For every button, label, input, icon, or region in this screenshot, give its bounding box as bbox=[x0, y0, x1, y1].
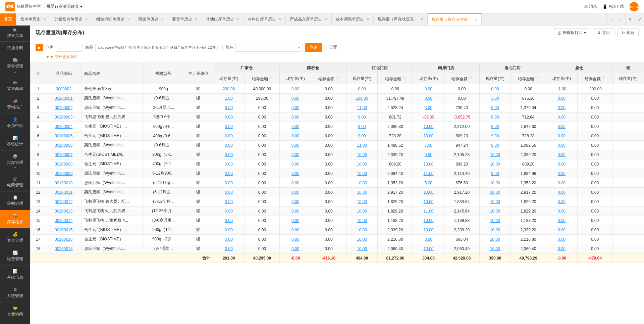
export-button[interactable]: ⬇ 导出 bbox=[593, 28, 614, 37]
info-icon-total-amt[interactable]: ⓘ bbox=[602, 76, 605, 79]
tab-close-t5[interactable]: ✕ bbox=[195, 17, 198, 21]
enterprise-icon: 🤝 bbox=[13, 306, 18, 311]
expand-conditions-button[interactable]: ▼▼ 展开更多条件 bbox=[46, 54, 78, 60]
tab-close-t6[interactable]: ✕ bbox=[237, 17, 239, 21]
sidebar-item-guide[interactable]: 🎯 新手引导 bbox=[0, 321, 30, 324]
sidebar-item-marketing[interactable]: 📣 营销推广 bbox=[0, 95, 30, 114]
tab-t4[interactable]: 调拨单历史 ✕ bbox=[134, 13, 168, 26]
tab-t2[interactable]: 分量盘点单历史 ✕ bbox=[50, 13, 92, 26]
summary-jiangbei-amt: 81,272.06 bbox=[378, 253, 413, 263]
main-content: 现存量查询(库存分布) 🖨 按模板打印 ▾ ⬇ 导出 ↻ 刷新 bbox=[30, 26, 644, 324]
tab-t7[interactable]: 材料出库单历史 ✕ bbox=[244, 13, 286, 26]
settings-button[interactable]: 设置 bbox=[325, 43, 341, 52]
tab-t6[interactable]: 其他出库单历史 ✕ bbox=[202, 13, 244, 26]
industry-selector[interactable]: 母婴行业演示账套 ▾ bbox=[44, 2, 85, 11]
sidebar-item-operations[interactable]: 📈 经营管理 bbox=[0, 247, 30, 266]
tab-close-t1[interactable]: ✕ bbox=[43, 17, 46, 21]
th-total-amt: 结存金额 ⓘ bbox=[577, 73, 612, 84]
cell-code: 00100005 bbox=[46, 131, 81, 141]
info-icon-factory-amt[interactable]: ⓘ bbox=[269, 76, 272, 79]
cell-jiangbei-stock: 11.00 bbox=[346, 141, 377, 150]
cell-total-stock: 0.00 bbox=[546, 103, 577, 112]
cell-factory-amt: 0.00 bbox=[245, 159, 280, 169]
tab-t1[interactable]: 盘点单历史 ✕ bbox=[16, 13, 50, 26]
sidebar-item-wholesale[interactable]: 📦 批发管理 ▼ bbox=[0, 151, 30, 173]
sidebar-item-retail-mall[interactable]: 🛍 零售商城 bbox=[0, 77, 30, 95]
cell-seq: 4 bbox=[31, 112, 46, 122]
print-button[interactable]: 🖨 按模板打印 ▾ bbox=[553, 28, 590, 37]
tab-close-t9[interactable]: ✕ bbox=[367, 17, 369, 21]
sidebar-item-purchase[interactable]: 📋 采购管理 bbox=[0, 192, 30, 210]
cell-factory-amt: 295.00 bbox=[245, 94, 280, 103]
summary-chen-amt: -416.16 bbox=[311, 253, 346, 263]
tab-close-t7[interactable]: ✕ bbox=[279, 17, 281, 21]
download-icon: 📱 bbox=[602, 4, 607, 9]
cell-jiangbei-stock: 10.00 bbox=[346, 197, 377, 206]
tab-close-t4[interactable]: ✕ bbox=[161, 17, 164, 21]
info-icon-nanan-amt[interactable]: ⓘ bbox=[469, 76, 472, 79]
sidebar-item-basic-info[interactable]: 📝 基础信息 bbox=[0, 266, 30, 284]
cell-unit: 罐 bbox=[183, 159, 213, 169]
sidebar-item-ecommerce[interactable]: 🛒 电商管理 bbox=[0, 173, 30, 192]
sidebar-item-finance[interactable]: 💰 资金管理 bbox=[0, 229, 30, 247]
cell-yubeimen-stock: 6.00 bbox=[479, 103, 511, 112]
filter-expand-arrow[interactable]: ▶ bbox=[36, 44, 43, 51]
refresh-button[interactable]: ↻ 刷新 bbox=[617, 28, 639, 37]
tab-close-t10[interactable]: ✕ bbox=[421, 17, 423, 21]
sidebar-item-inventory[interactable]: 📦 库存核算 bbox=[0, 210, 30, 229]
sidebar-item-system[interactable]: ⚙ 系统管理 bbox=[0, 284, 30, 303]
cell-nanan-stock: 3.00 bbox=[413, 103, 444, 112]
tab-t5[interactable]: 要货单历史 ✕ bbox=[168, 13, 202, 26]
th-settings[interactable]: ⚙ bbox=[31, 63, 46, 84]
sidebar-item-quick-nav[interactable]: 快捷导航 bbox=[0, 42, 30, 54]
cell-nanan-amt: 1,833.64 bbox=[444, 197, 479, 206]
user-avatar[interactable]: demo2 bbox=[629, 2, 639, 11]
cell-total-stock: 0.00 bbox=[546, 169, 577, 178]
table-row: 18 00100018 惠氏启赋（Wyeth illu... (3-7适龄...… bbox=[31, 244, 644, 253]
color-input[interactable] bbox=[235, 44, 303, 52]
cell-chen-amt: 0.00 bbox=[311, 122, 346, 131]
th-factory: 厂家仓 bbox=[213, 63, 280, 73]
cell-jiangbei-amt: 809.20 bbox=[378, 159, 413, 169]
sidebar-item-member[interactable]: 👤 会员中心 bbox=[0, 114, 30, 132]
message-button[interactable]: ✉ 消息 bbox=[584, 4, 597, 9]
info-icon-chen-amt[interactable]: ⓘ bbox=[336, 76, 339, 79]
cell-spec: 900g bbox=[144, 84, 183, 94]
tab-home[interactable]: 首页 bbox=[0, 13, 16, 26]
warehouse-input[interactable]: ... bbox=[56, 44, 83, 52]
color-dropdown-icon: ▾ bbox=[298, 45, 300, 50]
tab-close-t2[interactable]: ✕ bbox=[85, 17, 88, 21]
tab-close-t8[interactable]: ✕ bbox=[325, 17, 327, 21]
sidebar-search[interactable]: 🔍 搜索英单 bbox=[0, 26, 30, 42]
cell-unit: 罐 bbox=[183, 84, 213, 94]
tab-t11[interactable]: 现存量（库存分布表） ✕ bbox=[428, 13, 482, 26]
cell-total-stock: 0.00 bbox=[546, 206, 577, 216]
chevron-icon: ▲ bbox=[14, 70, 16, 73]
tab-prev-button[interactable]: ‹ bbox=[606, 13, 616, 26]
cell-yubeimen-stock: 10.00 bbox=[479, 197, 511, 206]
cell-factory-amt: 0.00 bbox=[245, 112, 280, 122]
cell-nanan-amt: 0.00 bbox=[444, 84, 479, 94]
tab-expand-button[interactable]: ⤢ bbox=[635, 13, 644, 26]
cell-code: 00100006 bbox=[46, 141, 81, 150]
tab-t3[interactable]: 组装拆卸单历史 ✕ bbox=[92, 13, 134, 26]
app-download-button[interactable]: 📱 App下载 bbox=[602, 4, 624, 9]
tab-t8[interactable]: 产成品入库单历史 ✕ bbox=[286, 13, 332, 26]
tab-t9[interactable]: 成本调整单历史 ✕ bbox=[332, 13, 374, 26]
info-icon-yubeimen-amt[interactable]: ⓘ bbox=[535, 76, 539, 79]
tab-t10[interactable]: 现存量（库存状况表） ✕ bbox=[374, 13, 428, 26]
table-area[interactable]: ⚙ 商品编码 商品名称 规格型号 主计量单位 bbox=[30, 63, 644, 324]
query-button[interactable]: 查询 bbox=[305, 43, 322, 52]
tab-close-t3[interactable]: ✕ bbox=[127, 17, 130, 21]
th-jiangbei-stock: 现存量(主) bbox=[346, 73, 377, 84]
goods-input[interactable] bbox=[95, 44, 223, 51]
page-actions: 🖨 按模板打印 ▾ ⬇ 导出 ↻ 刷新 bbox=[553, 28, 639, 37]
tab-close-t11[interactable]: ✕ bbox=[475, 18, 477, 21]
sidebar-item-retail-stats[interactable]: 📊 零售统计 bbox=[0, 132, 30, 151]
sidebar-item-enterprise[interactable]: 🤝 企业协同 bbox=[0, 303, 30, 321]
sidebar-item-retail-mgmt[interactable]: 🏬 零售管理 ▲ bbox=[0, 54, 30, 77]
tab-close-all-button[interactable]: ✕ bbox=[625, 13, 635, 26]
cell-spec: 6-12月900... bbox=[144, 169, 183, 178]
info-icon-jiangbei-amt[interactable]: ⓘ bbox=[402, 76, 406, 79]
tab-next-button[interactable]: › bbox=[616, 13, 625, 26]
